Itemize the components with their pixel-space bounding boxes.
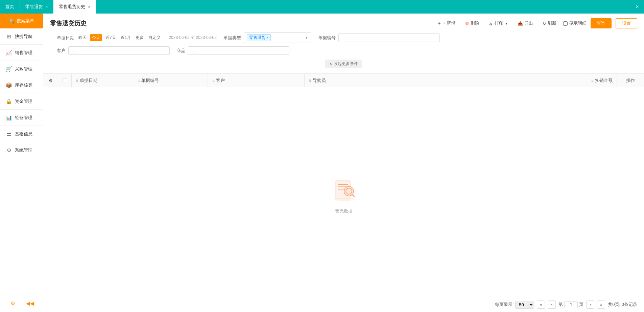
purchase-icon: 🛒 <box>5 66 12 72</box>
sidebar-settings-icon[interactable]: ⚙ <box>8 298 18 308</box>
query-button[interactable]: 查询 <box>591 18 612 28</box>
finance-icon: 🔒 <box>5 98 12 105</box>
empty-illustration <box>327 170 361 204</box>
refresh-label: 刷新 <box>548 20 556 26</box>
th-guide[interactable]: ⇅ 导购员 <box>305 74 379 87</box>
th-customer[interactable]: ⇅ 客户 <box>208 74 305 87</box>
last-page-button[interactable]: » <box>597 300 605 309</box>
pagination: 每页显示 50 10 20 100 « ‹ 第 页 › » 共0页, 0条记录 <box>43 297 644 312</box>
export-icon: 📤 <box>518 21 523 26</box>
number-filter-label: 单据编号 <box>318 35 336 41</box>
basic-info-icon: 🗃 <box>5 131 12 137</box>
date-yesterday[interactable]: 昨天 <box>77 34 88 41</box>
tab-retail-return-history-close[interactable]: × <box>88 5 90 9</box>
sidebar-item-sales-label: 销售管理 <box>15 50 32 56</box>
sort-no-icon: ⇅ <box>137 79 140 83</box>
tab-retail-return-label: 零售退货 <box>25 4 43 10</box>
header-actions: ＋ + 新增 🗑 删除 🖨 打印 ▼ 📤 导出 <box>434 18 637 28</box>
settings-button[interactable]: 设置 <box>616 18 637 28</box>
empty-text: 暂无数据 <box>335 208 353 214</box>
select-all-checkbox[interactable] <box>63 78 67 83</box>
number-filter-input[interactable] <box>338 34 440 42</box>
th-amount[interactable]: ⇅ 实销金额 <box>564 74 617 87</box>
refresh-button[interactable]: ↻ 刷新 <box>540 19 559 28</box>
customer-filter-field: 客户 … <box>57 46 170 55</box>
th-guide-label: 导购员 <box>313 77 326 84</box>
sidebar-item-inventory[interactable]: 📦 库存核算 <box>0 77 43 93</box>
date-range-field: 2023-06-02 至 2023-06-02 <box>169 35 216 41</box>
window-close-button[interactable]: × <box>630 0 644 14</box>
collapse-button[interactable]: ∧ 收起更多条件 <box>325 60 362 68</box>
sidebar-item-operations-label: 经营管理 <box>15 115 32 121</box>
sidebar-item-operations[interactable]: 📊 经营管理 <box>0 110 43 126</box>
date-today[interactable]: 今天 <box>90 34 102 41</box>
empty-state: 暂无数据 <box>327 170 361 214</box>
pagination-total: 共0页, 0条记录 <box>608 302 637 308</box>
type-tag-close[interactable]: × <box>266 36 268 40</box>
display-toggle-checkbox[interactable] <box>563 21 568 26</box>
sidebar-item-finance[interactable]: 🔒 资金管理 <box>0 93 43 110</box>
th-settings[interactable]: ⚙ <box>43 74 58 87</box>
sidebar-audio-icon[interactable]: ◀◀ <box>25 298 35 308</box>
goods-placeholder: … <box>191 48 195 53</box>
sidebar-item-purchase[interactable]: 🛒 采购管理 <box>0 61 43 77</box>
sidebar-item-quick-nav-label: 快捷导航 <box>15 34 32 40</box>
sort-customer-icon: ⇅ <box>212 79 215 83</box>
tab-home[interactable]: 首页 <box>0 0 20 14</box>
goods-filter-field: 商品 … <box>176 46 289 55</box>
print-icon: 🖨 <box>489 21 493 26</box>
page-header-top: 零售退货历史 ＋ + 新增 🗑 删除 🖨 打印 ▼ <box>50 18 637 28</box>
date-custom[interactable]: 自定义 <box>147 34 162 41</box>
sidebar-item-system[interactable]: ⚙ 系统管理 <box>0 142 43 158</box>
sidebar-item-inventory-label: 库存核算 <box>15 82 32 88</box>
quick-nav-icon: ⊞ <box>5 33 12 40</box>
th-customer-label: 客户 <box>216 77 225 84</box>
th-date[interactable]: ⇅ 单据日期 <box>72 74 133 87</box>
display-toggle[interactable]: 显示明细 <box>563 20 587 26</box>
th-checkbox[interactable] <box>58 74 72 87</box>
new-button[interactable]: ＋ + 新增 <box>434 19 458 28</box>
sidebar-item-basic-info[interactable]: 🗃 基础信息 <box>0 126 43 142</box>
operations-icon: 📊 <box>5 114 12 121</box>
print-button[interactable]: 🖨 打印 ▼ <box>486 19 511 28</box>
sidebar-item-sales[interactable]: 📈 销售管理 <box>0 45 43 61</box>
per-page-label: 每页显示 <box>495 302 512 308</box>
th-spacer <box>379 74 565 87</box>
tab-retail-return-close[interactable]: × <box>46 5 48 9</box>
per-page-select[interactable]: 50 10 20 100 <box>515 301 534 309</box>
column-settings-icon[interactable]: ⚙ <box>49 78 53 83</box>
date-7days[interactable]: 近7天 <box>104 34 117 41</box>
search-icon: 🔍 <box>9 19 15 24</box>
th-no-label: 单据编号 <box>141 77 159 84</box>
th-amount-label: 实销金额 <box>595 77 613 84</box>
customer-placeholder: … <box>71 48 76 53</box>
customer-filter-select[interactable]: … <box>68 46 170 55</box>
sidebar: 🔍 搜索菜单 ⊞ 快捷导航 📈 销售管理 🛒 采购管理 📦 库存核算 🔒 资金管… <box>0 14 43 312</box>
sort-date-icon: ⇅ <box>76 79 78 83</box>
th-no[interactable]: ⇅ 单据编号 <box>133 74 208 87</box>
goods-filter-select[interactable]: … <box>188 46 289 55</box>
tab-retail-return[interactable]: 零售退货 × <box>20 0 53 14</box>
first-page-button[interactable]: « <box>537 300 545 309</box>
main-layout: 🔍 搜索菜单 ⊞ 快捷导航 📈 销售管理 🛒 采购管理 📦 库存核算 🔒 资金管… <box>0 14 644 312</box>
type-filter-select[interactable]: 零售退货 × ▼ <box>244 32 311 43</box>
prev-page-button[interactable]: ‹ <box>548 300 556 309</box>
delete-icon: 🗑 <box>465 21 469 26</box>
system-icon: ⚙ <box>5 147 12 154</box>
display-toggle-label: 显示明细 <box>569 20 587 26</box>
new-icon: ＋ <box>437 20 442 26</box>
delete-button[interactable]: 🗑 删除 <box>462 19 482 28</box>
th-action: 操作 <box>617 74 644 87</box>
top-bar: 首页 零售退货 × 零售退货历史 × × <box>0 0 644 14</box>
table-body: 暂无数据 <box>43 87 644 297</box>
tab-retail-return-history[interactable]: 零售退货历史 × <box>53 0 96 14</box>
sidebar-item-purchase-label: 采购管理 <box>15 66 32 72</box>
sidebar-item-finance-label: 资金管理 <box>15 98 32 105</box>
page-input[interactable] <box>564 301 578 308</box>
sidebar-item-quick-nav[interactable]: ⊞ 快捷导航 <box>0 28 43 45</box>
next-page-button[interactable]: › <box>586 300 594 309</box>
date-more[interactable]: 更多 <box>134 34 145 41</box>
date-1month[interactable]: 近1月 <box>119 34 133 41</box>
export-button[interactable]: 📤 导出 <box>515 19 536 28</box>
sidebar-search[interactable]: 🔍 搜索菜单 <box>0 14 43 28</box>
